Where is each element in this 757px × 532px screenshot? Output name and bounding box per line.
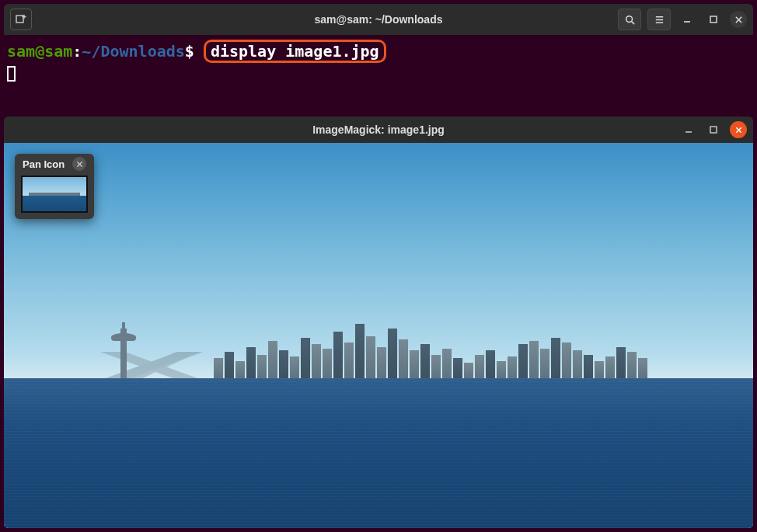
new-tab-button[interactable] [10, 9, 32, 30]
pan-titlebar[interactable]: Pan Icon [15, 154, 94, 174]
close-button[interactable] [730, 11, 747, 28]
image-viewer-window: ImageMagick: image1.jpg [4, 116, 753, 528]
minimize-icon [682, 15, 692, 24]
prompt-dollar: $ [185, 42, 194, 61]
close-icon [76, 161, 83, 168]
terminal-body[interactable]: sam@sam:~/Downloads$ display image1.jpg [4, 35, 753, 90]
hamburger-icon [654, 14, 665, 26]
svg-line-2 [631, 21, 634, 24]
image-skyline [4, 308, 753, 378]
close-icon [734, 126, 743, 134]
viewer-titlebar-right [680, 121, 747, 138]
image-canvas[interactable]: Pan Icon [4, 143, 753, 528]
pan-close-button[interactable] [72, 157, 86, 171]
svg-rect-7 [710, 16, 717, 23]
terminal-cursor [7, 66, 16, 82]
image-water [4, 378, 753, 528]
image-space-needle [120, 329, 127, 378]
search-icon [624, 14, 636, 26]
maximize-button[interactable] [703, 9, 724, 30]
svg-rect-11 [710, 127, 717, 133]
terminal-titlebar-right [618, 9, 747, 30]
prompt-path: ~/Downloads [82, 42, 184, 61]
search-button[interactable] [618, 9, 641, 30]
maximize-icon [709, 125, 718, 134]
viewer-titlebar[interactable]: ImageMagick: image1.jpg [4, 116, 753, 143]
svg-point-1 [626, 16, 632, 22]
viewer-close-button[interactable] [730, 121, 747, 138]
viewer-minimize-button[interactable] [680, 121, 697, 138]
pan-thumbnail[interactable] [21, 176, 88, 213]
minimize-icon [684, 125, 693, 134]
new-tab-icon [15, 13, 27, 26]
menu-button[interactable] [647, 9, 671, 30]
terminal-titlebar[interactable]: sam@sam: ~/Downloads [4, 4, 753, 35]
pan-window[interactable]: Pan Icon [15, 154, 94, 219]
pan-title: Pan Icon [23, 158, 65, 170]
viewer-maximize-button[interactable] [705, 121, 722, 138]
prompt-colon: : [72, 42, 82, 61]
minimize-button[interactable] [677, 9, 697, 30]
close-icon [734, 16, 743, 24]
image-buildings [214, 316, 706, 378]
prompt-at: @ [35, 42, 44, 61]
viewer-title: ImageMagick: image1.jpg [4, 123, 753, 136]
terminal-line: sam@sam:~/Downloads$ display image1.jpg [7, 40, 750, 63]
prompt-host: sam [44, 42, 72, 61]
prompt-user: sam [7, 42, 35, 61]
maximize-icon [709, 15, 718, 24]
command-highlight: display image1.jpg [204, 40, 386, 63]
terminal-window: sam@sam: ~/Downloads [4, 4, 753, 113]
